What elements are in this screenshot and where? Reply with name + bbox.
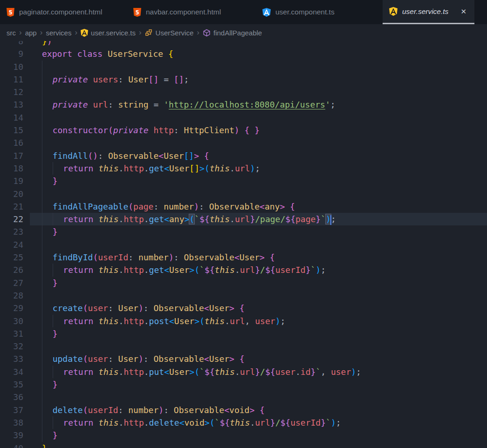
line-number[interactable]: 14	[0, 111, 30, 124]
line-number[interactable]: 19	[0, 175, 30, 187]
line-number[interactable]: 33	[0, 353, 30, 365]
line-number[interactable]: 23	[0, 225, 30, 238]
indent-guide	[42, 73, 53, 86]
code-line-29[interactable]: 29create(user: User): Observable<User> {	[0, 302, 487, 314]
code-line-34[interactable]: 34return this.http.put<User>(`${this.url…	[0, 366, 487, 378]
indent-guide	[42, 111, 53, 124]
code-text: return this.http.get<any>(`${this.url}/p…	[30, 213, 487, 225]
code-line-22[interactable]: 22return this.http.get<any>(`${this.url}…	[0, 213, 487, 225]
line-number[interactable]: 17	[0, 149, 30, 162]
indent-guide	[42, 225, 53, 238]
code-line-11[interactable]: 11private users: User[] = [];	[0, 73, 487, 86]
breadcrumb-item-file[interactable]: user.service.ts	[81, 29, 136, 37]
code-line-15[interactable]: 15constructor(private http: HttpClient) …	[0, 124, 487, 136]
line-number[interactable]: 20	[0, 188, 30, 200]
breadcrumb-item-app[interactable]: app	[25, 29, 37, 37]
line-number[interactable]: 36	[0, 391, 30, 403]
vscode-window: 5 paginator.component.html 5 navbar.comp…	[0, 0, 487, 448]
tab-label: user.service.ts	[402, 7, 448, 16]
tab-paginator-component-html[interactable]: 5 paginator.component.html	[0, 0, 127, 24]
line-number[interactable]: 24	[0, 238, 30, 251]
line-number[interactable]: 11	[0, 73, 30, 86]
code-line-30[interactable]: 30return this.http.post<User>(this.url, …	[0, 315, 487, 327]
indent-guide	[42, 353, 53, 365]
line-number[interactable]: 9	[0, 48, 30, 60]
code-line-39[interactable]: 39}	[0, 429, 487, 441]
line-number[interactable]: 37	[0, 404, 30, 416]
line-number[interactable]: 38	[0, 416, 30, 429]
line-number[interactable]: 10	[0, 61, 30, 73]
code-line-24[interactable]: 24	[0, 238, 487, 251]
code-line-20[interactable]: 20	[0, 188, 487, 200]
code-line-16[interactable]: 16	[0, 136, 487, 149]
code-line-18[interactable]: 18return this.http.get<User[]>(this.url)…	[0, 162, 487, 175]
line-number[interactable]: 25	[0, 251, 30, 264]
line-number[interactable]: 29	[0, 302, 30, 314]
indent-guide	[53, 264, 63, 276]
code-line-27[interactable]: 27}	[0, 277, 487, 289]
code-line-9[interactable]: 9export class UserService {	[0, 48, 487, 60]
code-text: return this.http.post<User>(this.url, us…	[30, 315, 487, 327]
tab-user-component-ts[interactable]: user.component.ts	[256, 0, 383, 24]
code-line-36[interactable]: 36	[0, 391, 487, 403]
line-number[interactable]: 15	[0, 124, 30, 136]
code-line-28[interactable]: 28	[0, 289, 487, 302]
html5-icon: 5	[7, 8, 14, 17]
code-line-40[interactable]: 40}	[0, 442, 487, 448]
line-number[interactable]: 27	[0, 277, 30, 289]
line-number[interactable]: 34	[0, 366, 30, 378]
breadcrumb-item-src[interactable]: src	[7, 29, 16, 37]
code-editor[interactable]: 8})9export class UserService {1011privat…	[0, 41, 487, 448]
code-line-23[interactable]: 23}	[0, 225, 487, 238]
code-text	[30, 238, 487, 251]
code-line-35[interactable]: 35}	[0, 378, 487, 391]
close-icon[interactable]: ✕	[459, 7, 468, 16]
code-line-13[interactable]: 13private url: string = 'http://localhos…	[0, 98, 487, 111]
code-line-14[interactable]: 14	[0, 111, 487, 124]
code-line-17[interactable]: 17findAll(): Observable<User[]> {	[0, 149, 487, 162]
breadcrumb-item-services[interactable]: services	[46, 29, 71, 37]
code-line-21[interactable]: 21findAllPageable(page: number): Observa…	[0, 200, 487, 213]
breadcrumb-item-class[interactable]: UserService	[145, 29, 194, 37]
line-number[interactable]: 39	[0, 429, 30, 441]
code-line-37[interactable]: 37delete(userId: number): Observable<voi…	[0, 404, 487, 416]
line-number[interactable]: 18	[0, 162, 30, 175]
line-number[interactable]: 12	[0, 86, 30, 98]
code-line-32[interactable]: 32	[0, 340, 487, 353]
code-line-8[interactable]: 8})	[0, 41, 487, 48]
code-line-19[interactable]: 19}	[0, 175, 487, 187]
line-number[interactable]: 8	[0, 41, 30, 48]
tab-user-service-ts[interactable]: user.service.ts ✕	[383, 0, 474, 24]
line-number[interactable]: 26	[0, 264, 30, 276]
code-line-31[interactable]: 31}	[0, 327, 487, 340]
line-number[interactable]: 35	[0, 378, 30, 391]
code-text: private url: string = 'http://localhost:…	[30, 98, 487, 111]
code-line-12[interactable]: 12	[0, 86, 487, 98]
code-line-10[interactable]: 10	[0, 61, 487, 73]
line-number[interactable]: 22	[0, 213, 30, 225]
line-number[interactable]: 40	[0, 442, 30, 448]
tab-navbar-component-html[interactable]: 5 navbar.component.html	[127, 0, 256, 24]
code-line-26[interactable]: 26return this.http.get<User>(`${this.url…	[0, 264, 487, 276]
line-number[interactable]: 16	[0, 136, 30, 149]
line-number[interactable]: 13	[0, 98, 30, 111]
code-text: }	[30, 429, 487, 441]
code-text: return this.http.put<User>(`${this.url}/…	[30, 366, 487, 378]
line-number[interactable]: 28	[0, 289, 30, 302]
indent-guide	[42, 340, 53, 353]
breadcrumb-item-method[interactable]: findAllPageable	[203, 29, 262, 37]
indent-guide	[42, 86, 53, 98]
code-text: return this.http.delete<void>(`${this.ur…	[30, 416, 487, 429]
tab-label: user.component.ts	[275, 8, 335, 16]
code-text: return this.http.get<User[]>(this.url);	[30, 162, 487, 175]
line-number[interactable]: 32	[0, 340, 30, 353]
angular-blue-icon	[262, 8, 271, 17]
svg-text:5: 5	[135, 9, 139, 15]
code-text	[30, 111, 487, 124]
code-line-38[interactable]: 38return this.http.delete<void>(`${this.…	[0, 416, 487, 429]
code-line-25[interactable]: 25findById(userId: number): Observable<U…	[0, 251, 487, 264]
code-line-33[interactable]: 33update(user: User): Observable<User> {	[0, 353, 487, 365]
line-number[interactable]: 21	[0, 200, 30, 213]
line-number[interactable]: 31	[0, 327, 30, 340]
line-number[interactable]: 30	[0, 315, 30, 327]
